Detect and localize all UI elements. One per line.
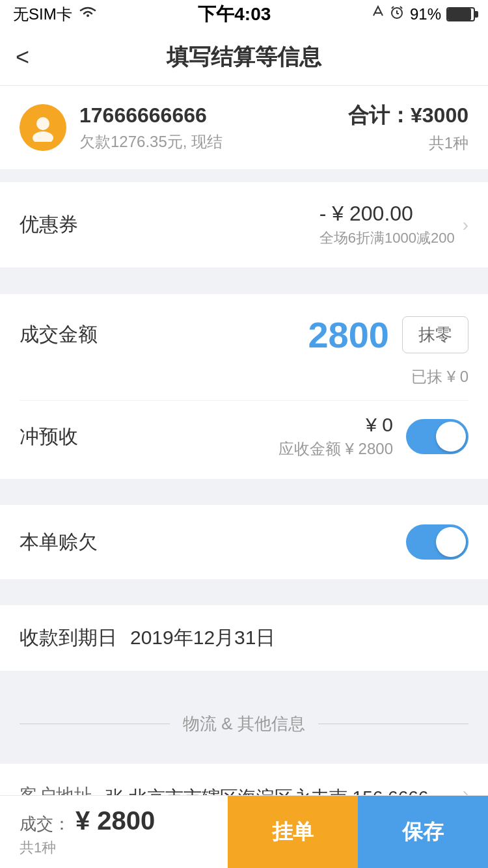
wifi-icon [79,5,97,23]
amount-sub: 已抹 ¥ 0 [20,366,468,387]
prepay-toggle[interactable] [406,419,468,454]
customer-debt: 欠款1276.35元, 现结 [79,131,223,152]
customer-info: 17666666666 欠款1276.35元, 现结 [79,103,223,152]
amount-value: 2800 [308,314,389,356]
coupon-label: 优惠券 [20,211,78,238]
amount-label: 成交金额 [20,321,98,348]
amount-section: 成交金额 2800 抹零 已抹 ¥ 0 冲预收 ¥ 0 应收金额 ¥ 2800 [0,294,488,479]
status-bar: 无SIM卡 下午4:03 91% [0,0,488,29]
page-title: 填写结算等信息 [167,42,321,72]
status-right: 91% [372,5,475,24]
total-count: 共1种 [348,133,468,154]
battery-icon [446,7,475,21]
section-divider-3 [0,592,488,605]
bottom-count: 共1种 [20,838,208,858]
section-divider-2 [0,492,488,505]
bottom-amount: ¥ 2800 [75,806,155,835]
due-date-row: 收款到期日 2019年12月31日 [20,625,468,651]
total-amount: 合计：¥3000 [348,102,468,130]
round-button[interactable]: 抹零 [402,316,468,353]
customer-left: 17666666666 欠款1276.35元, 现结 [20,103,223,152]
svg-point-3 [36,117,49,130]
debt-toggle[interactable] [406,524,468,560]
logistics-divider-right [318,724,468,724]
customer-phone: 17666666666 [79,103,223,128]
back-button[interactable]: < [16,44,29,71]
battery-percent: 91% [410,5,441,23]
content: 17666666666 欠款1276.35元, 现结 合计：¥3000 共1种 … [0,86,488,868]
amount-row: 成交金额 2800 抹零 [20,314,468,356]
location-icon [372,5,384,23]
debt-label: 本单赊欠 [20,529,98,556]
coupon-right: - ¥ 200.00 全场6折满1000减200 › [319,202,468,248]
prepay-sub: 应收金额 ¥ 2800 [278,439,393,459]
divider-line [20,400,468,401]
prepay-right: ¥ 0 应收金额 ¥ 2800 [278,414,468,459]
prepay-value-block: ¥ 0 应收金额 ¥ 2800 [278,414,393,459]
save-button[interactable]: 保存 [358,796,488,869]
bottom-bar: 成交： ¥ 2800 共1种 挂单 保存 [0,795,488,868]
status-left: 无SIM卡 [13,4,97,25]
due-date-section: 收款到期日 2019年12月31日 [0,605,488,671]
status-time: 下午4:03 [198,2,271,27]
pending-button[interactable]: 挂单 [228,796,358,869]
avatar [20,104,66,151]
due-date-value: 2019年12月31日 [130,625,275,651]
section-divider-1 [0,281,488,294]
logistics-section: 物流 & 其他信息 [0,697,488,751]
coupon-detail: 全场6折满1000减200 [319,228,455,248]
svg-point-4 [33,131,53,142]
debt-section: 本单赊欠 [0,505,488,579]
prepay-label: 冲预收 [20,424,78,450]
chevron-right-icon: › [463,215,468,236]
bottom-summary: 成交： ¥ 2800 共1种 [0,806,228,858]
alarm-icon [389,5,405,24]
prepay-row: 冲预收 ¥ 0 应收金额 ¥ 2800 [20,414,468,459]
customer-right: 合计：¥3000 共1种 [348,102,468,154]
customer-card: 17666666666 欠款1276.35元, 现结 合计：¥3000 共1种 [0,86,488,169]
bottom-deal-label: 成交： [20,813,70,835]
logistics-label: 物流 & 其他信息 [183,712,305,735]
prepay-value: ¥ 0 [278,414,393,436]
amount-right: 2800 抹零 [308,314,468,356]
battery-fill [448,8,471,20]
coupon-row[interactable]: 优惠券 - ¥ 200.00 全场6折满1000减200 › [0,182,488,268]
coupon-discount: - ¥ 200.00 [319,202,455,226]
section-divider-4 [0,684,488,697]
toggle-knob [436,422,466,452]
due-date-label: 收款到期日 [20,625,117,651]
logistics-divider-left [20,724,170,724]
debt-toggle-knob [436,527,466,557]
nav-bar: < 填写结算等信息 [0,29,488,86]
carrier-label: 无SIM卡 [13,4,72,25]
